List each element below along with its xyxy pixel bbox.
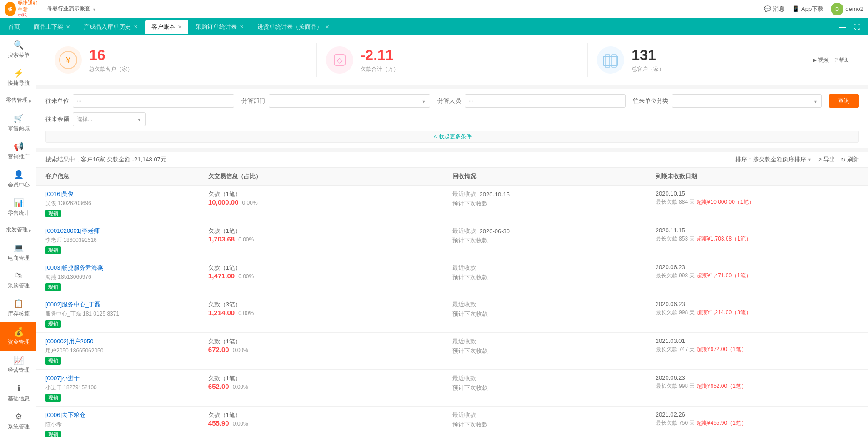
- tab-customer-account-close[interactable]: ✕: [178, 24, 182, 30]
- main-layout: 🔍 搜索菜单 ⚡ 快捷导航 零售管理 🛒 零售商城 📢 营销推广 👤 会员: [0, 35, 868, 437]
- sidebar-item-inventory[interactable]: 📋 库存核算: [0, 294, 36, 322]
- video-button[interactable]: ▶ 视频: [813, 56, 829, 64]
- overdue-link-0[interactable]: 超期¥10,000.00（1笔）: [697, 199, 754, 205]
- inventory-icon: 📋: [14, 299, 24, 309]
- debt-info-6: 欠款（1笔） 455.900.00%: [208, 411, 452, 427]
- customer-phone-3: 服务中心_丁磊 181 0125 8371: [45, 310, 208, 318]
- source-unit-input[interactable]: ···: [73, 94, 234, 108]
- user-avatar: D: [831, 3, 843, 15]
- overdue-link-4[interactable]: 超期¥672.00（1笔）: [697, 346, 747, 352]
- total-customers-values: 131 总客户（家）: [632, 47, 813, 73]
- tab-customer-account[interactable]: 客户账本 ✕: [145, 20, 188, 34]
- sidebar-item-enterprise[interactable]: 🤝 企业协同: [0, 435, 36, 437]
- stat-right-actions: ▶ 视频 ? 帮助: [813, 56, 850, 64]
- export-button[interactable]: ↗ 导出: [817, 156, 835, 164]
- tab-products-close[interactable]: ✕: [66, 24, 70, 30]
- sidebar-item-basic-info[interactable]: ℹ 基础信息: [0, 379, 36, 407]
- stats-row: ¥ 16 总欠款客户（家） ◇: [36, 35, 868, 85]
- sidebar-item-member[interactable]: 👤 会员中心: [0, 165, 36, 193]
- debt-info-5: 欠款（1笔） 652.000.00%: [208, 374, 452, 390]
- collapse-bar[interactable]: ∧ 收起更多条件: [45, 131, 859, 143]
- sidebar-item-quick-nav[interactable]: ⚡ 快捷导航: [0, 64, 36, 92]
- sort-selector[interactable]: 排序：按欠款金额倒序排序: [735, 156, 812, 164]
- customer-name-3[interactable]: [0002]服务中心_丁磊: [45, 301, 208, 309]
- overdue-link-6[interactable]: 超期¥455.90（1笔）: [697, 420, 747, 426]
- customer-tag-4: 现销: [45, 357, 61, 365]
- category-select[interactable]: [672, 94, 822, 108]
- help-button[interactable]: ? 帮助: [834, 56, 850, 64]
- overdue-link-1[interactable]: 超期¥1,703.68（1笔）: [697, 236, 751, 242]
- dept-select[interactable]: [269, 94, 430, 108]
- customer-tag-2: 现销: [45, 283, 61, 291]
- customer-name-5[interactable]: [0007]小进干: [45, 374, 208, 382]
- date-info-0: 2020.10.15 最长欠款 884 天 超期¥10,000.00（1笔）: [656, 190, 859, 206]
- tab-stock-stats-close[interactable]: ✕: [325, 24, 329, 30]
- customer-tag-3: 现销: [45, 320, 61, 328]
- app-download-button[interactable]: 📱 App下载: [792, 5, 823, 13]
- sidebar-item-marketing[interactable]: 📢 营销推广: [0, 137, 36, 165]
- purchase-mgmt-icon: 🛍: [15, 271, 23, 281]
- svg-text:畅: 畅: [8, 7, 12, 12]
- customer-phone-4: 用户2050 18665062050: [45, 347, 208, 355]
- tab-products[interactable]: 商品上下架 ✕: [27, 20, 76, 34]
- app-selector[interactable]: 母婴行业演示账套: [41, 0, 104, 18]
- sort-chevron: [808, 157, 812, 162]
- sidebar-item-batch-mgmt[interactable]: 批发管理: [0, 221, 36, 238]
- tab-home[interactable]: 首页: [2, 20, 26, 34]
- table-row: [000002]用户2050 用户2050 18665062050 现销 欠款（…: [36, 333, 868, 370]
- customer-name-0[interactable]: [0016]吴俊: [45, 190, 208, 198]
- sidebar-item-operations[interactable]: 📈 经营管理: [0, 351, 36, 379]
- date-info-5: 2020.06.23 最长欠款 998 天 超期¥652.00（1笔）: [656, 374, 859, 390]
- tab-production-close[interactable]: ✕: [134, 24, 138, 30]
- content-area: ¥ 16 总欠款客户（家） ◇: [36, 35, 868, 437]
- sidebar-item-retail-mall[interactable]: 🛒 零售商城: [0, 109, 36, 137]
- customer-name-4[interactable]: [000002]用户2050: [45, 337, 208, 346]
- customer-info-6: [0006]去下粮仓 陈小希 现销: [45, 411, 208, 437]
- tab-purchase-order[interactable]: 采购订单统计表 ✕: [189, 20, 250, 34]
- tab-maximize-button[interactable]: ⛶: [852, 21, 863, 32]
- overdue-link-2[interactable]: 超期¥1,471.00（1笔）: [697, 272, 751, 279]
- refresh-button[interactable]: ↻ 刷新: [841, 156, 859, 164]
- messages-button[interactable]: 💬 消息: [764, 5, 785, 13]
- sidebar-item-retail-mgmt[interactable]: 零售管理: [0, 92, 36, 109]
- results-bar: 搜索结果中，客户16家 欠款金额 -21,148.07元 排序：按欠款金额倒序排…: [36, 152, 868, 168]
- customer-phone-1: 李老师 18600391516: [45, 236, 208, 244]
- customer-name-1[interactable]: [0001020001]李老师: [45, 227, 208, 235]
- tab-bar-right: — ⛶: [837, 21, 866, 32]
- svg-text:D: D: [835, 6, 839, 12]
- debt-amount-icon: ◇: [326, 46, 353, 74]
- debt-info-1: 欠款（1笔） 1,703.680.00%: [208, 227, 452, 243]
- overdue-link-3[interactable]: 超期¥1,214.00（3笔）: [697, 309, 751, 316]
- svg-text:¥: ¥: [65, 55, 71, 65]
- date-info-4: 2021.03.01 最长欠款 747 天 超期¥672.00（1笔）: [656, 337, 859, 353]
- recovery-info-4: 最近收款 预计下次收款: [452, 337, 656, 357]
- balance-select[interactable]: 选择...: [73, 112, 146, 126]
- filter-category: 往来单位分类: [633, 94, 822, 108]
- filter-row-1: 往来单位 ··· 分管部门 分管人员: [45, 94, 859, 108]
- sidebar-item-system-mgmt[interactable]: ⚙ 系统管理: [0, 407, 36, 435]
- retail-mgmt-arrow: [29, 97, 32, 104]
- customer-name-2[interactable]: [0003]畅捷服务尹海燕: [45, 264, 208, 272]
- recovery-info-2: 最近收款 预计下次收款: [452, 264, 656, 283]
- sidebar-item-search-menu[interactable]: 🔍 搜索菜单: [0, 35, 36, 64]
- svg-rect-8: [603, 56, 618, 65]
- sidebar-item-ecommerce[interactable]: 💻 电商管理: [0, 238, 36, 266]
- filter-source-unit: 往来单位 ···: [45, 94, 234, 108]
- tab-production[interactable]: 产成品入库单历史 ✕: [77, 20, 144, 34]
- sidebar-item-finance[interactable]: 💰 资金管理: [0, 322, 36, 351]
- customer-phone-2: 海燕 18513066976: [45, 273, 208, 281]
- sidebar-item-purchase-mgmt[interactable]: 🛍 采购管理: [0, 266, 36, 294]
- tab-purchase-order-close[interactable]: ✕: [240, 24, 244, 30]
- person-input[interactable]: ···: [465, 94, 626, 108]
- customer-info-4: [000002]用户2050 用户2050 18665062050 现销: [45, 337, 208, 365]
- tab-stock-stats[interactable]: 进货单统计表（按商品） ✕: [251, 20, 336, 34]
- table-row: [0006]去下粮仓 陈小希 现销 欠款（1笔） 455.900.00% 最近收…: [36, 407, 868, 437]
- user-avatar-button[interactable]: D demo2: [831, 3, 863, 15]
- debt-customers-icon: ¥: [55, 46, 82, 74]
- sidebar-item-retail-stats[interactable]: 📊 零售统计: [0, 193, 36, 221]
- overdue-link-5[interactable]: 超期¥652.00（1笔）: [697, 383, 747, 389]
- search-button[interactable]: 查询: [829, 94, 859, 108]
- customer-name-6[interactable]: [0006]去下粮仓: [45, 411, 208, 419]
- tab-minimize-button[interactable]: —: [837, 21, 848, 32]
- system-mgmt-icon: ⚙: [15, 412, 22, 422]
